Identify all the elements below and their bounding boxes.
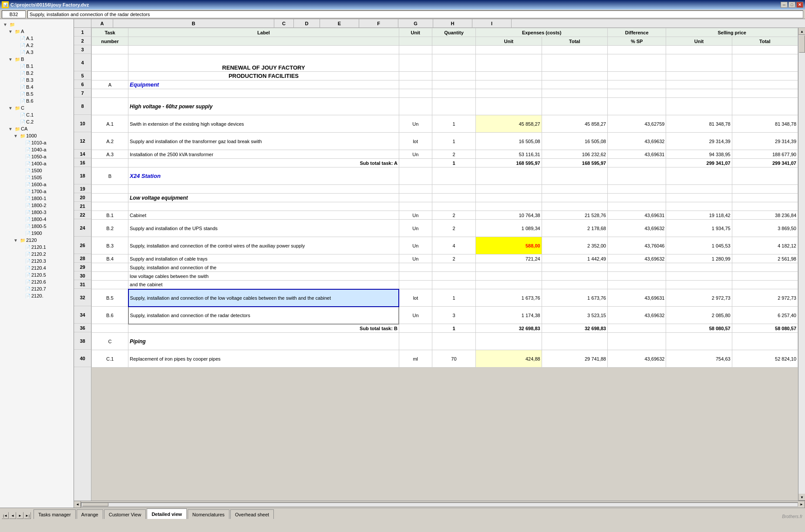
- cell-G14[interactable]: 43,69631: [607, 150, 666, 159]
- cell-F40[interactable]: 29 741,88: [542, 350, 607, 368]
- cell-F22[interactable]: 21 528,76: [542, 211, 607, 220]
- cell-I6[interactable]: [732, 80, 798, 89]
- cell-I26[interactable]: 4 182,12: [732, 237, 798, 254]
- cell-C19[interactable]: [399, 185, 432, 194]
- cell-G20[interactable]: [607, 194, 666, 202]
- tree-item-1800-1[interactable]: 📄 1800-1: [0, 195, 74, 202]
- tree-item-2120-1[interactable]: 📄 2120.1: [0, 244, 74, 251]
- h-scroll-track[interactable]: [81, 502, 798, 507]
- cell-B12[interactable]: Supply and installation of the transform…: [128, 133, 399, 150]
- cell-C32[interactable]: lot: [399, 289, 432, 307]
- cell-I21[interactable]: [732, 202, 798, 211]
- cell-D14[interactable]: 2: [432, 150, 476, 159]
- cell-C34[interactable]: Un: [399, 307, 432, 324]
- tab-last-button[interactable]: ►|: [24, 512, 31, 519]
- cell-I38[interactable]: [732, 333, 798, 350]
- cell-G10[interactable]: 43,62759: [607, 115, 666, 133]
- cell-G32[interactable]: 43,69631: [607, 289, 666, 307]
- cell-I16[interactable]: 299 341,07: [732, 159, 798, 167]
- cell-D36[interactable]: 1: [432, 324, 476, 333]
- cell-F8[interactable]: [542, 98, 607, 115]
- cell-D18[interactable]: [432, 167, 476, 185]
- scroll-track[interactable]: [798, 35, 805, 494]
- cell-E31[interactable]: [476, 281, 542, 289]
- cell-E28[interactable]: 721,24: [476, 254, 542, 263]
- tree-item-1900[interactable]: 📄 1900: [0, 230, 74, 237]
- cell-E34[interactable]: 1 174,38: [476, 307, 542, 324]
- cell-G16[interactable]: [607, 159, 666, 167]
- cell-H38[interactable]: [666, 333, 732, 350]
- cell-B10[interactable]: Swith in extension of the existing high …: [128, 115, 399, 133]
- cell-H3[interactable]: [666, 46, 732, 54]
- tab-customer-view[interactable]: Customer View: [104, 509, 146, 519]
- cell-C1[interactable]: Unit: [399, 28, 432, 37]
- cell-H10[interactable]: 81 348,78: [666, 115, 732, 133]
- cell-H14[interactable]: 94 338,95: [666, 150, 732, 159]
- cell-C29[interactable]: [399, 263, 432, 272]
- cell-F2[interactable]: Total: [542, 37, 607, 46]
- cell-D34[interactable]: 3: [432, 307, 476, 324]
- cell-G30[interactable]: [607, 272, 666, 281]
- cell-A40[interactable]: C.1: [92, 350, 128, 368]
- cell-D22[interactable]: 2: [432, 211, 476, 220]
- col-header-B[interactable]: B: [113, 19, 274, 27]
- cell-HI1[interactable]: Selling price: [666, 28, 798, 37]
- cell-D29[interactable]: [432, 263, 476, 272]
- tree-item-C[interactable]: ▼ 📁 C: [0, 104, 74, 111]
- cell-B18[interactable]: X24 Station: [128, 167, 399, 185]
- cell-G31[interactable]: [607, 281, 666, 289]
- cell-F5[interactable]: [542, 72, 607, 80]
- cell-F26[interactable]: 2 352,00: [542, 237, 607, 254]
- cell-B7[interactable]: [128, 89, 399, 98]
- cell-I32[interactable]: 2 972,73: [732, 289, 798, 307]
- cell-H16[interactable]: 299 341,07: [666, 159, 732, 167]
- tree-item-B2[interactable]: 📄 B.2: [0, 70, 74, 77]
- tab-detailed-view[interactable]: Detailed view: [147, 509, 187, 519]
- cell-F7[interactable]: [542, 89, 607, 98]
- cell-I28[interactable]: 2 561,98: [732, 254, 798, 263]
- cell-I24[interactable]: 3 869,50: [732, 220, 798, 237]
- tree-item-CA[interactable]: ▼ 📁 CA: [0, 125, 74, 132]
- tree-item-1050a[interactable]: 📄 1050-a: [0, 153, 74, 160]
- col-header-I[interactable]: I: [472, 19, 512, 27]
- cell-C40[interactable]: ml: [399, 350, 432, 368]
- cell-D6[interactable]: [432, 80, 476, 89]
- cell-H18[interactable]: [666, 167, 732, 185]
- cell-E12[interactable]: 16 505,08: [476, 133, 542, 150]
- tree-item-2120-5[interactable]: 📄 2120.5: [0, 271, 74, 278]
- tree-item-A[interactable]: ▼ 📁 A: [0, 28, 74, 35]
- cell-D21[interactable]: [432, 202, 476, 211]
- cell-A29[interactable]: [92, 263, 128, 272]
- cell-E21[interactable]: [476, 202, 542, 211]
- cell-C20[interactable]: [399, 194, 432, 202]
- cell-G21[interactable]: [607, 202, 666, 211]
- cell-F31[interactable]: [542, 281, 607, 289]
- scroll-down-button[interactable]: ▼: [798, 494, 805, 501]
- tree-item-B6[interactable]: 📄 B.6: [0, 97, 74, 104]
- cell-A12[interactable]: A.2: [92, 133, 128, 150]
- cell-F10[interactable]: 45 858,27: [542, 115, 607, 133]
- cell-B34[interactable]: Supply, installation and connection of t…: [128, 307, 399, 324]
- tree-item-1800-2[interactable]: 📄 1800-2: [0, 202, 74, 209]
- cell-C26[interactable]: Un: [399, 237, 432, 254]
- cell-A34[interactable]: B.6: [92, 307, 128, 324]
- cell-C30[interactable]: [399, 272, 432, 281]
- cell-C28[interactable]: Un: [399, 254, 432, 263]
- minimize-button[interactable]: ─: [781, 2, 788, 8]
- cell-B24[interactable]: Supply and installation of the UPS stand…: [128, 220, 399, 237]
- cell-E3[interactable]: [476, 46, 542, 54]
- cell-A38[interactable]: C: [92, 333, 128, 350]
- cell-I8[interactable]: [732, 98, 798, 115]
- cell-A18[interactable]: B: [92, 167, 128, 185]
- cell-A10[interactable]: A.1: [92, 115, 128, 133]
- cell-C22[interactable]: Un: [399, 211, 432, 220]
- cell-G36[interactable]: [607, 324, 666, 333]
- cell-D1[interactable]: Quantity: [432, 28, 476, 37]
- cell-B40[interactable]: Replacement of iron pipes by cooper pipe…: [128, 350, 399, 368]
- col-header-H[interactable]: H: [433, 19, 472, 27]
- cell-A21[interactable]: [92, 202, 128, 211]
- cell-I20[interactable]: [732, 194, 798, 202]
- cell-G22[interactable]: 43,69631: [607, 211, 666, 220]
- cell-B4[interactable]: RENEWAL OF JOUY FACTORY: [128, 54, 399, 72]
- cell-D31[interactable]: [432, 281, 476, 289]
